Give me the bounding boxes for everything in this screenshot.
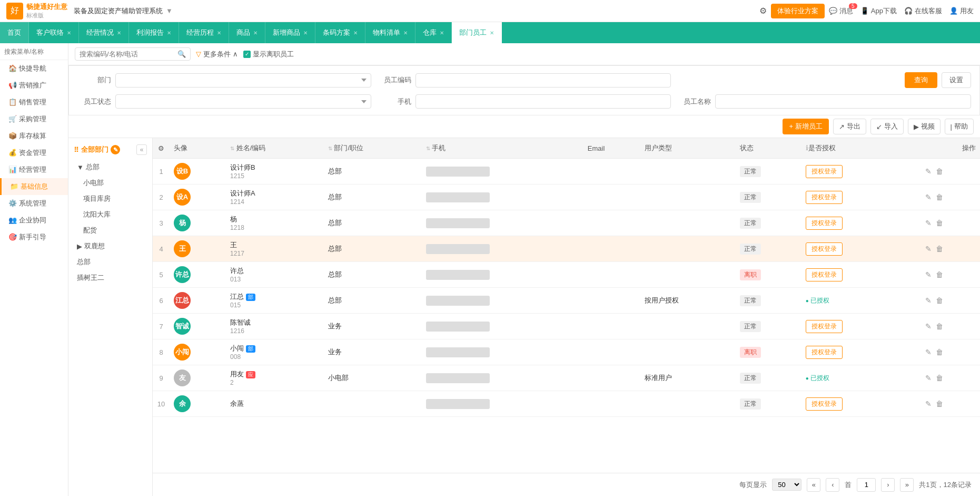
- dept-item-xiao-dian[interactable]: 小电部: [75, 175, 152, 191]
- dept-group-zongbu2[interactable]: 总部: [68, 254, 152, 270]
- col-name[interactable]: ⇅ 姓名/编码: [226, 138, 324, 159]
- edit-icon[interactable]: ✎: [925, 193, 932, 201]
- close-icon[interactable]: ✕: [353, 30, 358, 36]
- authorize-button[interactable]: 授权登录: [806, 320, 843, 333]
- authorize-button[interactable]: 授权登录: [806, 165, 843, 178]
- tab-bom[interactable]: 物料清单 ✕: [365, 22, 415, 43]
- page-size-select[interactable]: 50 20 100: [772, 479, 801, 491]
- phone-input[interactable]: [415, 94, 671, 109]
- close-icon[interactable]: ✕: [490, 30, 494, 36]
- edit-icon[interactable]: ✎: [925, 296, 932, 305]
- message-button[interactable]: 💬 消息 5: [829, 6, 853, 16]
- trial-button[interactable]: 体验行业方案: [771, 4, 825, 18]
- sidebar-item-marketing[interactable]: 📢 营销推广: [0, 77, 68, 94]
- more-conditions-button[interactable]: ▽ 更多条件 ∧: [196, 50, 238, 59]
- edit-icon[interactable]: ✎: [925, 167, 932, 176]
- help-button[interactable]: | 帮助: [945, 119, 974, 134]
- prev-page-button[interactable]: ‹: [826, 478, 839, 492]
- tab-profit[interactable]: 利润报告 ✕: [129, 22, 179, 43]
- tab-dept-employee[interactable]: 部门员工 ✕: [452, 22, 502, 43]
- resigned-checkbox[interactable]: [243, 51, 251, 58]
- dept-panel-title[interactable]: ⠿ 全部部门 ✎: [74, 145, 120, 154]
- edit-icon[interactable]: ✎: [925, 219, 932, 227]
- tab-client[interactable]: 客户联络 ✕: [29, 22, 79, 43]
- dept-edit-icon[interactable]: ✎: [111, 145, 120, 154]
- settings-icon[interactable]: ⚙: [759, 6, 767, 16]
- page-number-input[interactable]: [857, 478, 876, 492]
- sidebar-item-system[interactable]: ⚙️ 系统管理: [0, 195, 68, 212]
- online-service-button[interactable]: 🎧 在线客服: [904, 6, 942, 16]
- tab-warehouse[interactable]: 仓库 ✕: [415, 22, 452, 43]
- sidebar-item-finance[interactable]: 💰 资金管理: [0, 144, 68, 161]
- dept-group-shuanglu[interactable]: ▶ 双鹿想: [68, 238, 152, 254]
- delete-icon[interactable]: 🗑: [936, 374, 943, 382]
- first-page-button[interactable]: «: [807, 478, 820, 492]
- sidebar-item-inventory[interactable]: 📦 库存核算: [0, 128, 68, 144]
- dept-item-peihuo[interactable]: 配货: [75, 222, 152, 238]
- delete-icon[interactable]: 🗑: [936, 167, 943, 176]
- app-download-button[interactable]: 📱 App下载: [860, 6, 897, 16]
- tab-goods[interactable]: 商品 ✕: [229, 22, 265, 43]
- dept-select[interactable]: [115, 73, 371, 87]
- delete-icon[interactable]: 🗑: [936, 270, 943, 279]
- dept-group-chashuwang[interactable]: 插树王二: [68, 270, 152, 286]
- close-icon[interactable]: ✕: [253, 30, 258, 36]
- sidebar-item-purchase[interactable]: 🛒 采购管理: [0, 111, 68, 128]
- col-phone[interactable]: ⇅ 手机: [422, 138, 583, 159]
- delete-icon[interactable]: 🗑: [936, 219, 943, 227]
- edit-icon[interactable]: ✎: [925, 374, 932, 382]
- sidebar-item-basic[interactable]: 📁 基础信息: [0, 178, 68, 195]
- system-dropdown-arrow[interactable]: ▼: [166, 7, 173, 15]
- col-dept[interactable]: ⇅ 部门/职位: [324, 138, 422, 159]
- delete-icon[interactable]: 🗑: [936, 348, 943, 356]
- search-button[interactable]: 查询: [905, 72, 937, 88]
- edit-icon[interactable]: ✎: [925, 400, 932, 408]
- tab-add-goods[interactable]: 新增商品 ✕: [265, 22, 315, 43]
- authorize-button[interactable]: 授权登录: [806, 268, 843, 281]
- close-icon[interactable]: ✕: [117, 30, 121, 36]
- delete-icon[interactable]: 🗑: [936, 193, 943, 201]
- user-avatar[interactable]: 👤 用友: [949, 6, 974, 16]
- authorize-button[interactable]: 授权登录: [806, 191, 843, 204]
- delete-icon[interactable]: 🗑: [936, 400, 943, 408]
- sidebar-item-guide[interactable]: 🎯 新手引导: [0, 229, 68, 246]
- authorize-button[interactable]: 授权登录: [806, 217, 843, 230]
- sidebar-item-operation[interactable]: 📊 经营管理: [0, 161, 68, 178]
- search-input[interactable]: [80, 50, 174, 58]
- authorize-button[interactable]: 授权登录: [806, 242, 843, 256]
- sidebar-item-collab[interactable]: 👥 企业协同: [0, 212, 68, 229]
- col-settings[interactable]: ⚙: [153, 138, 170, 159]
- close-icon[interactable]: ✕: [67, 30, 71, 36]
- delete-icon[interactable]: 🗑: [936, 296, 943, 305]
- edit-icon[interactable]: ✎: [925, 348, 932, 356]
- close-icon[interactable]: ✕: [303, 30, 308, 36]
- delete-icon[interactable]: 🗑: [936, 322, 943, 330]
- delete-icon[interactable]: 🗑: [936, 245, 943, 253]
- close-icon[interactable]: ✕: [403, 30, 408, 36]
- dept-item-shenyang[interactable]: 沈阳大库: [75, 207, 152, 222]
- close-icon[interactable]: ✕: [167, 30, 171, 36]
- close-icon[interactable]: ✕: [217, 30, 221, 36]
- import-button[interactable]: ↙ 导入: [870, 119, 904, 134]
- emp-status-select[interactable]: [115, 94, 371, 109]
- dept-group-zongbu[interactable]: ▼ 总部: [68, 159, 152, 175]
- tab-history[interactable]: 经营历程 ✕: [179, 22, 229, 43]
- sidebar-item-sales[interactable]: 📋 销售管理: [0, 94, 68, 111]
- edit-icon[interactable]: ✎: [925, 270, 932, 279]
- edit-icon[interactable]: ✎: [925, 322, 932, 330]
- sidebar-search-input[interactable]: [4, 48, 68, 55]
- emp-name-input[interactable]: [715, 94, 971, 109]
- dept-collapse-button[interactable]: «: [136, 144, 147, 155]
- set-button[interactable]: 设置: [942, 72, 971, 88]
- tab-barcode[interactable]: 条码方案 ✕: [315, 22, 365, 43]
- video-button[interactable]: ▶ 视频: [908, 119, 941, 134]
- add-employee-button[interactable]: + 新增员工: [783, 119, 828, 134]
- authorize-button[interactable]: 授权登录: [806, 346, 843, 359]
- last-page-button[interactable]: »: [900, 478, 914, 492]
- close-icon[interactable]: ✕: [440, 30, 444, 36]
- edit-icon[interactable]: ✎: [925, 245, 932, 253]
- show-resigned-toggle[interactable]: 显示离职员工: [243, 50, 294, 59]
- next-page-button[interactable]: ›: [881, 478, 895, 492]
- authorize-button[interactable]: 授权登录: [806, 397, 843, 411]
- sidebar-item-nav[interactable]: 🏠 快捷导航: [0, 60, 68, 77]
